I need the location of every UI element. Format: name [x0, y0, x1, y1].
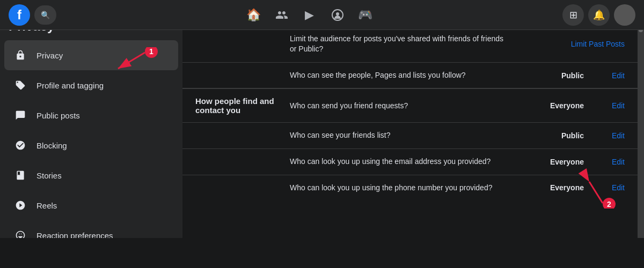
sidebar-item-stories-label: Stories — [36, 171, 62, 180]
sidebar-item-profile-tagging-label: Profile and tagging — [36, 81, 104, 90]
settings-row-limit-past: Limit the audience for posts you've shar… — [182, 26, 638, 63]
edit-friends-list-button[interactable]: Edit — [592, 131, 625, 140]
row-value-everyone-phone: Everyone — [541, 183, 584, 192]
row-desc-friends-list: Who can see your friends list? — [290, 130, 532, 141]
settings-row-friend-requests: How people find and contact you Who can … — [182, 88, 638, 123]
stories-icon — [11, 166, 30, 185]
nav-right: ⊞ 🔔 — [562, 4, 635, 26]
row-value-public-follow: Public — [541, 71, 584, 80]
apps-icon[interactable]: ⊞ — [562, 4, 584, 26]
blocking-icon — [11, 136, 30, 155]
sidebar-item-reaction-preferences-label: Reaction preferences — [36, 231, 113, 239]
edit-phone-lookup-button[interactable]: Edit — [592, 183, 625, 192]
main-wrapper: Settings › Privacy Privacy Privacy Profi… — [0, 0, 644, 238]
edit-follow-button[interactable]: Edit — [592, 71, 625, 80]
reaction-icon — [11, 226, 30, 238]
nav-gaming-icon[interactable]: 🎮 — [353, 2, 378, 28]
search-icon: 🔍 — [41, 11, 50, 19]
row-desc-phone-lookup: Who can look you up using the phone numb… — [290, 183, 532, 193]
scrollbar-track[interactable] — [638, 0, 644, 238]
sidebar-item-public-posts-label: Public posts — [36, 111, 80, 120]
sidebar-item-reels-label: Reels — [36, 201, 57, 210]
nav-video-icon[interactable]: ▶ — [297, 2, 323, 28]
row-value-public-friends: Public — [541, 131, 584, 140]
limit-past-posts-button[interactable]: Limit Past Posts — [571, 40, 625, 48]
nav-groups-icon[interactable] — [325, 2, 350, 28]
row-desc-follow: Who can see the people, Pages and lists … — [290, 70, 532, 81]
row-value-everyone-requests: Everyone — [541, 101, 584, 110]
content-area: Review all your posts and things you're … — [182, 0, 638, 238]
sidebar-item-privacy-label: Privacy — [36, 51, 63, 60]
public-posts-icon — [11, 106, 30, 125]
sidebar-item-reaction-preferences[interactable]: Reaction preferences — [4, 220, 178, 238]
edit-email-lookup-button[interactable]: Edit — [592, 158, 625, 166]
sidebar-item-blocking[interactable]: Blocking — [4, 130, 178, 160]
settings-row-follow: Who can see the people, Pages and lists … — [182, 63, 638, 89]
nav-home-icon[interactable]: 🏠 — [241, 2, 267, 28]
reels-icon — [11, 196, 30, 215]
lock-icon — [11, 46, 30, 65]
nav-friends-icon[interactable] — [269, 2, 295, 28]
settings-row-email-lookup: Who can look you up using the email addr… — [182, 149, 638, 175]
sidebar-item-privacy[interactable]: Privacy — [4, 40, 178, 70]
sidebar-item-public-posts[interactable]: Public posts — [4, 100, 178, 130]
row-desc-email-lookup: Who can look you up using the email addr… — [290, 157, 532, 167]
user-avatar[interactable] — [614, 4, 635, 26]
sidebar-item-blocking-label: Blocking — [36, 141, 67, 150]
settings-row-phone-lookup: Who can look you up using the phone numb… — [182, 175, 638, 201]
facebook-logo[interactable]: f — [9, 4, 30, 26]
edit-friend-requests-button[interactable]: Edit — [592, 101, 625, 110]
tag-icon — [11, 76, 30, 95]
svg-text:2: 2 — [607, 200, 611, 209]
row-value-everyone-email: Everyone — [541, 158, 584, 166]
settings-row-friends-list: Who can see your friends list? Public Ed… — [182, 123, 638, 149]
row-desc-friend-requests: Who can send you friend requests? — [290, 101, 532, 111]
sidebar-item-stories[interactable]: Stories — [4, 160, 178, 190]
content-inner: Review all your posts and things you're … — [182, 0, 638, 200]
search-box[interactable]: 🔍 — [34, 5, 56, 25]
sidebar-item-reels[interactable]: Reels — [4, 190, 178, 220]
notifications-icon[interactable]: 🔔 — [588, 4, 610, 26]
sidebar: Settings › Privacy Privacy Privacy Profi… — [0, 0, 182, 238]
row-desc-limit-past: Limit the audience for posts you've shar… — [290, 34, 511, 55]
nav-center: 🏠 ▶ 🎮 — [241, 2, 378, 28]
section-label-find-contact: How people find and contact you — [195, 96, 281, 115]
sidebar-item-profile-tagging[interactable]: Profile and tagging — [4, 70, 178, 100]
nav-left: f 🔍 — [9, 4, 56, 26]
top-navigation: f 🔍 🏠 ▶ 🎮 ⊞ 🔔 — [0, 0, 644, 30]
